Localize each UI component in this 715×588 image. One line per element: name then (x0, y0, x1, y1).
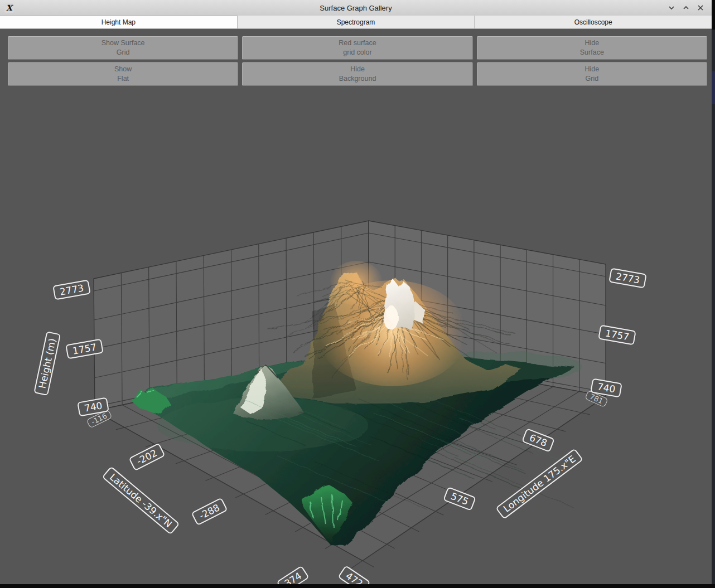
screen-edge-right (712, 0, 715, 588)
application-window: X Surface Graph Gallery Height Map Spect… (0, 0, 715, 588)
hide-background-button[interactable]: Hide Background (242, 62, 472, 86)
tab-oscilloscope[interactable]: Oscilloscope (475, 16, 712, 28)
tab-spectrogram[interactable]: Spectrogram (238, 16, 475, 28)
close-icon[interactable] (696, 3, 705, 12)
surface-plot-canvas (0, 0, 715, 588)
maximize-icon[interactable] (682, 3, 690, 12)
window-title: Surface Graph Gallery (0, 4, 712, 12)
surface-plot[interactable]: 2773 1757 -116 740 Height (m) 2773 1757 … (0, 28, 712, 584)
screen-edge-bottom (0, 584, 715, 588)
tab-bar: Height Map Spectrogram Oscilloscope (0, 16, 712, 29)
tab-height-map[interactable]: Height Map (0, 16, 238, 28)
show-surface-grid-button[interactable]: Show Surface Grid (8, 36, 238, 60)
minimize-icon[interactable] (667, 3, 676, 12)
toolbar: Show Surface Grid Red surface grid color… (8, 36, 707, 86)
titlebar[interactable]: X Surface Graph Gallery (0, 0, 712, 16)
hide-surface-button[interactable]: Hide Surface (477, 36, 707, 60)
show-flat-button[interactable]: Show Flat (8, 62, 238, 86)
hide-grid-button[interactable]: Hide Grid (477, 62, 707, 86)
surface-grid-color-button[interactable]: Red surface grid color (242, 36, 472, 60)
